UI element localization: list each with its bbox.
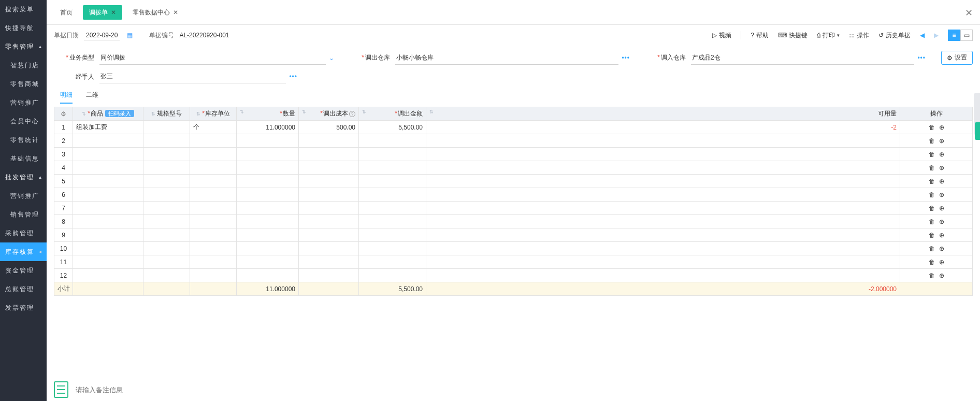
cell-unit[interactable] xyxy=(190,202,237,215)
cell-product[interactable] xyxy=(73,188,143,202)
cell-qty[interactable] xyxy=(237,161,299,175)
next-doc-icon[interactable]: ▶ xyxy=(934,32,939,39)
handler-value[interactable]: 张三 xyxy=(99,70,286,83)
cell-spec[interactable] xyxy=(143,161,190,175)
cell-out-amount[interactable]: 5,500.00 xyxy=(359,121,426,134)
add-row-icon[interactable]: ⊕ xyxy=(939,245,944,252)
row-index[interactable]: 6 xyxy=(54,188,73,202)
cell-qty[interactable] xyxy=(237,175,299,188)
add-row-icon[interactable]: ⊕ xyxy=(939,164,944,171)
cell-out-cost[interactable] xyxy=(299,215,359,228)
row-index[interactable]: 5 xyxy=(54,175,73,188)
chevron-down-icon[interactable]: ⌄ xyxy=(329,54,334,62)
tab-2[interactable]: 零售数据中心✕ xyxy=(126,5,184,20)
print-button[interactable]: ⎙打印▾ xyxy=(817,31,840,40)
ops-button[interactable]: ⚏操作 xyxy=(849,31,869,40)
delete-row-icon[interactable]: 🗑 xyxy=(929,205,935,212)
cell-unit[interactable] xyxy=(190,215,237,228)
cell-product[interactable] xyxy=(73,228,143,242)
add-row-icon[interactable]: ⊕ xyxy=(939,232,944,239)
sidebar-item-0[interactable]: 搜索菜单 xyxy=(0,0,47,19)
cell-spec[interactable] xyxy=(143,242,190,255)
delete-row-icon[interactable]: 🗑 xyxy=(929,272,935,279)
table-row[interactable]: 11🗑⊕ xyxy=(54,255,973,269)
cell-out-cost[interactable] xyxy=(299,188,359,202)
cell-unit[interactable] xyxy=(190,255,237,269)
cell-out-cost[interactable] xyxy=(299,269,359,282)
delete-row-icon[interactable]: 🗑 xyxy=(929,124,935,131)
cell-product[interactable] xyxy=(73,148,143,161)
cell-available[interactable] xyxy=(426,242,900,255)
delete-row-icon[interactable]: 🗑 xyxy=(929,178,935,185)
cell-out-amount[interactable] xyxy=(359,242,426,255)
cell-available[interactable] xyxy=(426,215,900,228)
more-icon[interactable]: ••• xyxy=(289,73,297,80)
cell-out-amount[interactable] xyxy=(359,188,426,202)
delete-row-icon[interactable]: 🗑 xyxy=(929,259,935,266)
more-icon[interactable]: ••• xyxy=(917,54,926,62)
close-all-icon[interactable]: ✕ xyxy=(965,7,973,19)
cell-unit[interactable] xyxy=(190,269,237,282)
cell-available[interactable] xyxy=(426,188,900,202)
cell-spec[interactable] xyxy=(143,188,190,202)
delete-row-icon[interactable]: 🗑 xyxy=(929,232,935,239)
help-button[interactable]: ?帮助 xyxy=(751,31,769,40)
add-row-icon[interactable]: ⊕ xyxy=(939,272,944,279)
table-row[interactable]: 10🗑⊕ xyxy=(54,242,973,255)
cell-product[interactable] xyxy=(73,175,143,188)
cell-available[interactable]: -2 xyxy=(426,121,900,134)
sidebar-item-9[interactable]: 批发管理▴ xyxy=(0,168,47,187)
cell-out-amount[interactable] xyxy=(359,134,426,148)
table-row[interactable]: 7🗑⊕ xyxy=(54,202,973,215)
cell-available[interactable] xyxy=(426,134,900,148)
cell-spec[interactable] xyxy=(143,215,190,228)
row-index[interactable]: 7 xyxy=(54,202,73,215)
sidebar-item-10[interactable]: 营销推广 xyxy=(0,187,47,205)
close-icon[interactable]: ✕ xyxy=(173,9,178,16)
table-row[interactable]: 5🗑⊕ xyxy=(54,175,973,188)
cell-product[interactable] xyxy=(73,134,143,148)
table-row[interactable]: 4🗑⊕ xyxy=(54,161,973,175)
cell-qty[interactable] xyxy=(237,148,299,161)
sidebar-item-4[interactable]: 零售商城 xyxy=(0,75,47,93)
delete-row-icon[interactable]: 🗑 xyxy=(929,218,935,225)
info-icon[interactable]: ? xyxy=(349,111,355,117)
cell-qty[interactable] xyxy=(237,188,299,202)
delete-row-icon[interactable]: 🗑 xyxy=(929,164,935,171)
col-available[interactable]: ⇅可用量 xyxy=(426,107,900,121)
note-icon[interactable] xyxy=(54,381,68,398)
cell-out-cost[interactable] xyxy=(299,148,359,161)
cell-unit[interactable] xyxy=(190,161,237,175)
calendar-icon[interactable]: ▦ xyxy=(127,32,133,39)
out-wh-value[interactable]: 小畅小畅仓库 xyxy=(395,51,618,65)
cell-qty[interactable] xyxy=(237,269,299,282)
scan-button[interactable]: 扫码录入 xyxy=(105,110,134,117)
add-row-icon[interactable]: ⊕ xyxy=(939,137,944,145)
row-index[interactable]: 2 xyxy=(54,134,73,148)
row-index[interactable]: 8 xyxy=(54,215,73,228)
cell-spec[interactable] xyxy=(143,228,190,242)
cell-out-cost[interactable] xyxy=(299,134,359,148)
add-row-icon[interactable]: ⊕ xyxy=(939,191,944,198)
table-row[interactable]: 3🗑⊕ xyxy=(54,148,973,161)
cell-qty[interactable] xyxy=(237,228,299,242)
cell-unit[interactable] xyxy=(190,134,237,148)
sidebar-item-15[interactable]: 总账管理 xyxy=(0,280,47,298)
cell-qty[interactable] xyxy=(237,255,299,269)
cell-product[interactable] xyxy=(73,161,143,175)
cell-out-amount[interactable] xyxy=(359,255,426,269)
list-view-icon[interactable]: ≡ xyxy=(948,30,960,41)
col-unit[interactable]: ⇅*库存单位 xyxy=(190,107,237,121)
cell-out-cost[interactable] xyxy=(299,175,359,188)
sidebar-item-13[interactable]: 库存核算◂ xyxy=(0,242,47,261)
cell-spec[interactable] xyxy=(143,148,190,161)
remark-input[interactable] xyxy=(76,386,973,394)
tab-1[interactable]: 调拨单✕ xyxy=(83,5,122,20)
cell-spec[interactable] xyxy=(143,255,190,269)
row-index[interactable]: 11 xyxy=(54,255,73,269)
col-qty[interactable]: ⇅*数量 xyxy=(237,107,299,121)
row-index[interactable]: 9 xyxy=(54,228,73,242)
settings-button[interactable]: ⚙设置 xyxy=(941,51,973,65)
add-row-icon[interactable]: ⊕ xyxy=(939,205,944,212)
cell-unit[interactable] xyxy=(190,188,237,202)
